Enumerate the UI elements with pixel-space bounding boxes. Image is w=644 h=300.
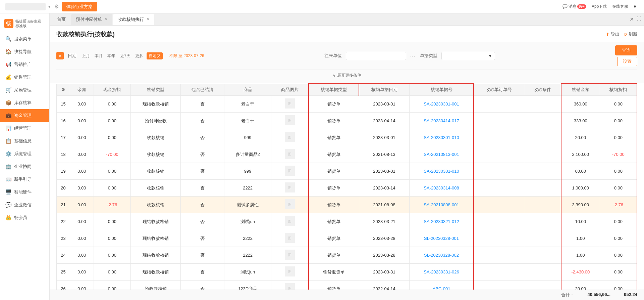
- table-row: 230.000.00现结收款核销否2222图销货单2023-03-28SL-20…: [57, 230, 637, 247]
- sidebar-item-inventory[interactable]: 📦库存核算: [0, 96, 49, 109]
- bill-no-link[interactable]: SA-20210813-001: [424, 152, 459, 157]
- th-writeoff-bill-type: 核销单据类型: [309, 84, 359, 96]
- date-btn-7days[interactable]: 近7天: [119, 52, 132, 59]
- cell-including-settled: 否: [181, 96, 224, 113]
- date-btn-more[interactable]: 更多: [134, 52, 145, 59]
- cell-receipt-order-no: [474, 230, 524, 247]
- cell-writeoff-bill-date: 2023-03-28: [359, 230, 409, 247]
- tab-prepay-close-icon[interactable]: ✕: [105, 17, 108, 22]
- sidebar-item-basic[interactable]: 📋基础信息: [0, 135, 49, 147]
- sidebar-item-hardware[interactable]: 🖥️智能硬件: [0, 186, 49, 199]
- cell-goods-image: 图: [271, 113, 309, 129]
- cell-writeoff-discount: 0.00: [600, 247, 637, 264]
- sidebar-item-finance[interactable]: 💼资金管理: [0, 109, 49, 122]
- tab-home[interactable]: 首页: [52, 14, 70, 25]
- expand-more-button[interactable]: ∨ 展开更多条件: [333, 73, 361, 78]
- cell-receipt-order-no: [474, 146, 524, 163]
- cell-writeoff-discount: 0.00: [600, 230, 637, 247]
- industry-solution-button[interactable]: 体验行业方案: [62, 2, 97, 11]
- cell-receipt-condition: [524, 180, 561, 197]
- sidebar-item-sales[interactable]: 💰销售管理: [0, 71, 49, 84]
- sidebar-icon-marketing: 📢: [5, 61, 11, 68]
- tab-collection-close-icon[interactable]: ✕: [147, 17, 150, 22]
- export-label: 导出: [611, 31, 620, 37]
- th-receipt-condition: 收款条件: [524, 84, 561, 96]
- table-row: 210.00-2.76收款核销否测试多属性图销货单2021-08-08SA-20…: [57, 197, 637, 213]
- date-custom-button[interactable]: 自定义: [147, 52, 163, 59]
- sidebar-item-member[interactable]: 👑畅会员: [0, 211, 49, 224]
- query-button[interactable]: 查询: [615, 45, 637, 55]
- bill-no-link[interactable]: SA-20230301-010: [424, 135, 459, 140]
- company-selector[interactable]: [5, 3, 46, 10]
- cell-balance: 0.00: [70, 146, 94, 163]
- cell-writeoff-discount: 0.00: [600, 213, 637, 230]
- th-settings[interactable]: ⚙: [57, 84, 70, 96]
- export-icon: ⬆: [606, 32, 609, 37]
- main-table: ⚙ 余额 现金折扣 核销类型 包含已结清 商品 商品图片 核销单据类型 核销单据…: [56, 83, 637, 290]
- svg-text:图: 图: [288, 270, 291, 273]
- cell-including-settled: 否: [181, 264, 224, 281]
- cell-goods: 测试jun: [224, 213, 271, 230]
- sidebar-item-shortcut[interactable]: 🏠快捷导航: [0, 45, 49, 58]
- cell-including-settled: 否: [181, 146, 224, 163]
- cell-no: 20: [57, 180, 70, 197]
- date-btn-this-year[interactable]: 本年: [106, 52, 117, 59]
- refresh-button[interactable]: ↺ 刷新: [624, 31, 637, 37]
- cell-writeoff-bill-date: 2023-04-14: [359, 113, 409, 129]
- filter-settings-button[interactable]: 设置: [617, 57, 637, 66]
- cell-writeoff-type: 现结收款核销: [130, 213, 180, 230]
- cell-writeoff-discount: 0.00: [600, 113, 637, 129]
- bill-no-link[interactable]: SA-20230321-012: [424, 219, 459, 224]
- cell-writeoff-bill-type: 销货单: [309, 197, 359, 213]
- receipt-type-select[interactable]: ▾: [441, 52, 495, 60]
- filter-expand-button[interactable]: »: [56, 52, 64, 59]
- cell-writeoff-bill-type: 销货单: [309, 247, 359, 264]
- online-service-link[interactable]: 在线客服: [612, 4, 628, 9]
- sidebar-item-system[interactable]: ⚙️系统管理: [0, 147, 49, 160]
- cell-receipt-condition: [524, 281, 561, 290]
- table-container: ⚙ 余额 现金折扣 核销类型 包含已结清 商品 商品图片 核销单据类型 核销单据…: [50, 83, 644, 290]
- sidebar-item-purchase[interactable]: 🛒采购管理: [0, 84, 49, 96]
- sidebar-item-guide[interactable]: 📖新手引导: [0, 173, 49, 186]
- table-row: 180.00-70.00收款核销否多计量商品2图销货单2021-08-13SA-…: [57, 146, 637, 163]
- bill-no-link[interactable]: SA-20230301-010: [424, 169, 459, 174]
- bill-no-link[interactable]: SA-20230331-026: [424, 269, 459, 274]
- sidebar-item-search[interactable]: 🔍搜索菜单: [0, 33, 49, 45]
- th-writeoff-amount: 核销金额: [561, 84, 600, 96]
- cell-cash-discount: 0.00: [94, 281, 130, 290]
- bill-no-link[interactable]: ABC-001: [433, 286, 450, 290]
- tab-fullscreen-icon[interactable]: ⛶: [637, 16, 641, 23]
- export-button[interactable]: ⬆ 导出: [606, 31, 620, 37]
- cell-no: 16: [57, 113, 70, 129]
- settings-icon[interactable]: ⚙: [54, 3, 59, 10]
- cell-writeoff-type: 预付冲应收: [130, 113, 180, 129]
- tab-close-all-icon[interactable]: ✕: [630, 16, 634, 23]
- cell-cash-discount: 0.00: [94, 180, 130, 197]
- bill-no-link[interactable]: SA-20230301-001: [424, 101, 459, 106]
- user-avatar[interactable]: Rit: [634, 4, 639, 9]
- page-content: 收款核销执行(按收款) ⬆ 导出 ↺ 刷新 » 日期: [50, 26, 644, 300]
- bill-no-link[interactable]: SA-20230414-017: [424, 118, 459, 123]
- message-icon[interactable]: 💬 消息99+: [562, 4, 586, 9]
- bill-no-link[interactable]: SL-20230328-002: [424, 253, 459, 258]
- cell-writeoff-bill-no: SA-20230314-008: [410, 180, 474, 197]
- sidebar-item-operation[interactable]: 📊经营管理: [0, 122, 49, 135]
- tab-prepay[interactable]: 预付冲应付单 ✕: [71, 14, 112, 25]
- bill-no-link[interactable]: SA-20230314-008: [424, 185, 459, 190]
- bill-no-link[interactable]: SA-20210808-001: [424, 202, 459, 207]
- th-goods-image: 商品图片: [271, 84, 309, 96]
- date-btn-prev-month[interactable]: 上月: [80, 52, 91, 59]
- cell-cash-discount: 0.00: [94, 264, 130, 281]
- sidebar-item-wechat[interactable]: 💬企业微信: [0, 199, 49, 211]
- tab-bar: 首页 预付冲应付单 ✕ 收款核销执行 ✕ ✕ ⛶: [50, 13, 644, 26]
- sidebar-item-corp[interactable]: 🏢企业协同: [0, 160, 49, 173]
- tab-collection[interactable]: 收款核销执行 ✕: [113, 14, 154, 25]
- bill-no-link[interactable]: SL-20230328-001: [424, 236, 459, 241]
- sidebar-item-marketing[interactable]: 📢营销推广: [0, 58, 49, 71]
- counterpart-input[interactable]: [346, 52, 406, 60]
- sidebar-icon-basic: 📋: [5, 138, 11, 144]
- main-content: 首页 预付冲应付单 ✕ 收款核销执行 ✕ ✕ ⛶ 收款核销执行(按收款): [50, 13, 644, 300]
- sidebar-label-basic: 基础信息: [14, 138, 32, 144]
- app-download-link[interactable]: App下载: [592, 4, 607, 9]
- date-btn-this-month[interactable]: 本月: [93, 52, 104, 59]
